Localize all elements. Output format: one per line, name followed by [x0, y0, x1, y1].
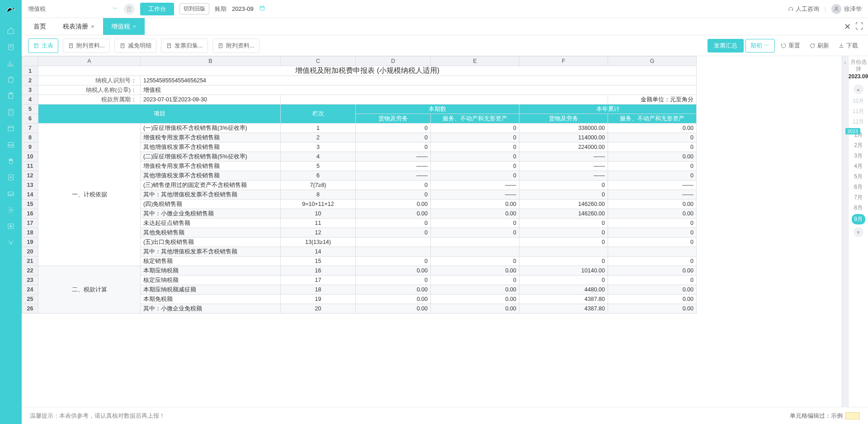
value-cell[interactable]: 224000.00 — [519, 143, 608, 152]
value-cell[interactable]: —— — [356, 162, 431, 171]
value-cell[interactable]: —— — [431, 190, 519, 200]
value-cell[interactable]: 0.00 — [431, 209, 519, 219]
nav-home-icon[interactable] — [0, 23, 22, 39]
col-cell[interactable]: 12 — [281, 228, 356, 238]
value-cell[interactable]: 0 — [431, 143, 519, 152]
value-cell[interactable]: 0 — [608, 143, 697, 152]
value-cell[interactable]: —— — [519, 162, 608, 171]
view-tab-attach1[interactable]: 附列资料... — [63, 38, 110, 53]
month-item[interactable]: 4月 — [852, 161, 865, 172]
period-start-dropdown[interactable]: 期初﹀ — [745, 39, 775, 52]
value-cell[interactable]: 0 — [519, 219, 608, 228]
month-item[interactable]: 6月 — [852, 182, 865, 192]
item-cell[interactable]: 本期应纳税额 — [141, 266, 281, 276]
month-up-icon[interactable]: ▲ — [854, 84, 863, 94]
calendar-icon[interactable] — [259, 5, 265, 13]
month-item[interactable]: 10月 — [852, 96, 865, 106]
tab-tax-list[interactable]: 税表清册× — [55, 18, 103, 35]
col-header[interactable]: B — [141, 57, 281, 66]
nav-image-icon[interactable] — [0, 137, 22, 153]
col-cell[interactable]: 4 — [281, 152, 356, 162]
col-cell[interactable]: 15 — [281, 257, 356, 266]
value-cell[interactable]: 0.00 — [608, 304, 697, 314]
item-cell[interactable]: 本期免税额 — [141, 295, 281, 304]
col-cell[interactable]: 18 — [281, 285, 356, 295]
row-header[interactable]: 1 — [22, 66, 38, 76]
value-cell[interactable]: 0.00 — [431, 304, 519, 314]
value-cell[interactable]: 4387.80 — [519, 295, 608, 304]
value-cell[interactable]: 0 — [519, 228, 608, 238]
value-cell[interactable]: 0 — [519, 190, 608, 200]
item-cell[interactable]: 增值税专用发票不含税销售额 — [141, 133, 281, 143]
month-item[interactable]: 7月 — [852, 192, 865, 203]
value-cell[interactable]: 0.00 — [608, 200, 697, 209]
month-item[interactable]: 8月 — [852, 203, 865, 213]
col-cell[interactable]: 11 — [281, 219, 356, 228]
value-cell[interactable]: 0.00 — [431, 200, 519, 209]
value-cell[interactable]: 0 — [356, 257, 431, 266]
value-cell[interactable]: 0 — [431, 257, 519, 266]
col-cell[interactable]: 10 — [281, 209, 356, 219]
fullscreen-icon[interactable]: ⛶ — [855, 22, 863, 31]
nav-bag-icon[interactable] — [0, 71, 22, 88]
value-cell[interactable]: —— — [431, 181, 519, 190]
col-header[interactable]: E — [431, 57, 519, 66]
value-cell[interactable] — [431, 247, 519, 257]
tab-vat[interactable]: 增值税× — [103, 18, 145, 35]
value-cell[interactable]: 0.00 — [431, 295, 519, 304]
item-cell[interactable]: 其中：其他增值税发票不含税销售额 — [141, 190, 281, 200]
col-cell[interactable]: 20 — [281, 304, 356, 314]
col-cell[interactable]: 8 — [281, 190, 356, 200]
item-cell[interactable]: 增值税专用发票不含税销售额 — [141, 162, 281, 171]
value-cell[interactable]: 0.00 — [608, 124, 697, 133]
value-cell[interactable]: 0.00 — [356, 304, 431, 314]
nav-ledger-icon[interactable] — [0, 39, 22, 55]
value-cell[interactable]: 0 — [608, 257, 697, 266]
close-icon[interactable]: × — [133, 23, 137, 30]
item-cell[interactable]: 核定应纳税额 — [141, 276, 281, 285]
value-cell[interactable]: —— — [356, 171, 431, 181]
value-cell[interactable]: 4480.00 — [519, 285, 608, 295]
col-header[interactable]: G — [608, 57, 697, 66]
item-cell[interactable]: 其他增值税发票不含税销售额 — [141, 171, 281, 181]
nav-settings-icon[interactable] — [0, 202, 22, 218]
value-cell[interactable]: 0 — [356, 143, 431, 152]
value-cell[interactable]: 0 — [519, 257, 608, 266]
nav-window-icon[interactable] — [0, 120, 22, 137]
value-cell[interactable]: 0 — [431, 152, 519, 162]
value-cell[interactable]: 0 — [356, 181, 431, 190]
item-cell[interactable]: 其中：小微企业免税销售额 — [141, 209, 281, 219]
value-cell[interactable] — [356, 238, 431, 247]
month-item[interactable]: 5月 — [852, 172, 865, 182]
value-cell[interactable]: 114000.00 — [519, 133, 608, 143]
value-cell[interactable]: 0 — [431, 228, 519, 238]
value-cell[interactable]: 0 — [356, 190, 431, 200]
close-icon[interactable]: × — [91, 23, 94, 30]
col-cell[interactable]: 19 — [281, 295, 356, 304]
value-cell[interactable]: 0 — [519, 238, 608, 247]
value-cell[interactable]: 0 — [431, 133, 519, 143]
col-cell[interactable]: 7(7≥8) — [281, 181, 356, 190]
note-icon[interactable] — [124, 4, 135, 14]
value-cell[interactable]: 4387.80 — [519, 304, 608, 314]
col-header[interactable]: F — [519, 57, 608, 66]
nav-clipboard-icon[interactable] — [0, 88, 22, 104]
value-cell[interactable]: 0 — [356, 124, 431, 133]
month-item[interactable]: 11月 — [852, 106, 865, 117]
col-cell[interactable]: 9=10+11+12 — [281, 200, 356, 209]
value-cell[interactable]: 0 — [608, 133, 697, 143]
item-cell[interactable]: 其中：其他增值税发票不含税销售额 — [141, 247, 281, 257]
value-cell[interactable] — [608, 247, 697, 257]
month-item[interactable]: 3月 — [852, 151, 865, 161]
value-cell[interactable]: 0.00 — [356, 200, 431, 209]
value-cell[interactable]: 0.00 — [608, 209, 697, 219]
value-cell[interactable]: 0 — [608, 162, 697, 171]
item-cell[interactable]: 未达起征点销售额 — [141, 219, 281, 228]
value-cell[interactable]: —— — [519, 171, 608, 181]
value-cell[interactable] — [519, 247, 608, 257]
value-cell[interactable]: —— — [356, 152, 431, 162]
col-cell[interactable]: 5 — [281, 162, 356, 171]
value-cell[interactable]: 0.00 — [608, 266, 697, 276]
col-cell[interactable]: 3 — [281, 143, 356, 152]
value-cell[interactable]: 0 — [356, 219, 431, 228]
